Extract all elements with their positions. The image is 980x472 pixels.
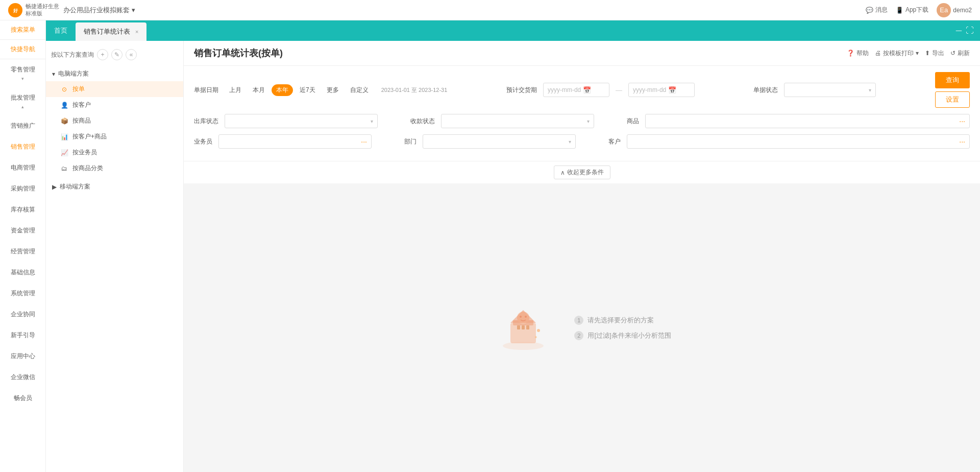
sidebar-item-label: 经营管理 <box>11 247 35 256</box>
sidebar-item-label: 零售管理 <box>11 65 35 74</box>
payment-status-select[interactable]: ▾ <box>441 114 594 128</box>
more-date-btn[interactable]: 更多 <box>322 84 344 96</box>
sidebar-item-marketing[interactable]: 营销推广 <box>0 115 45 136</box>
order-status-select[interactable]: ▾ <box>784 83 876 97</box>
this-year-btn[interactable]: 本年 <box>272 84 293 96</box>
sidebar-item-enterprise[interactable]: 企业协同 <box>0 304 45 325</box>
scheme-group-pc-title[interactable]: ▾ 电脑端方案 <box>46 66 183 81</box>
sidebar-item-appcenter[interactable]: 应用中心 <box>0 346 45 367</box>
dropdown-arrow-icon: ▾ <box>132 6 135 14</box>
action-buttons: 查询 设置 <box>935 72 970 108</box>
sidebar-item-newuser[interactable]: 新手引导 <box>0 325 45 346</box>
tab-home[interactable]: 首页 <box>46 20 76 41</box>
main-layout: 搜索菜单 快捷导航 零售管理 ▾ 批发管理 ▴ 营销推广 销售管理 电商管理 采… <box>0 20 980 472</box>
sidebar-item-label: 采购管理 <box>11 184 35 193</box>
sidebar-item-label: 基础信息 <box>11 268 35 277</box>
edit-scheme-button[interactable]: ✎ <box>111 49 122 60</box>
help-button[interactable]: ❓ 帮助 <box>847 49 869 58</box>
scheme-item-by-customer-product[interactable]: 📊 按客户+商品 <box>46 129 183 145</box>
sidebar: 搜索菜单 快捷导航 零售管理 ▾ 批发管理 ▴ 营销推广 销售管理 电商管理 采… <box>0 20 46 472</box>
refresh-button[interactable]: ↺ 刷新 <box>950 49 970 58</box>
sidebar-item-operations[interactable]: 经营管理 <box>0 241 45 262</box>
print-dropdown-icon: ▾ <box>916 50 919 57</box>
sidebar-item-basic[interactable]: 基础信息 <box>0 262 45 283</box>
sidebar-item-sales[interactable]: 销售管理 <box>0 136 45 157</box>
sidebar-item-purchase[interactable]: 采购管理 <box>0 178 45 199</box>
sidebar-item-corpwechat[interactable]: 企业微信 <box>0 367 45 388</box>
customer-select[interactable]: ··· <box>627 134 970 149</box>
department-select[interactable]: ▾ <box>423 134 576 149</box>
product-select[interactable]: ··· <box>645 114 970 128</box>
collapse-more-conditions-btn[interactable]: ∧ 收起更多条件 <box>554 166 610 179</box>
date-filter-label: 单据日期 <box>194 86 218 95</box>
sidebar-item-label: 畅会员 <box>14 394 32 403</box>
tab-close-icon[interactable]: × <box>135 29 138 35</box>
export-button[interactable]: ⬆ 导出 <box>925 49 944 58</box>
add-scheme-button[interactable]: + <box>97 49 108 60</box>
salesperson-select[interactable]: ··· <box>218 134 372 149</box>
shortcut-nav-button[interactable]: 快捷导航 <box>0 40 45 59</box>
product-more-icon[interactable]: ··· <box>959 117 965 125</box>
date-btn-group: 上月 本月 本年 近7天 更多 自定义 <box>225 84 373 96</box>
tab-bar-actions: ─ ⛶ <box>956 26 980 35</box>
scheme-item-by-salesperson[interactable]: 📈 按业务员 <box>46 145 183 160</box>
empty-hint-1: 1 请先选择要分析的方案 <box>574 316 671 325</box>
sidebar-item-inventory[interactable]: 库存核算 <box>0 199 45 220</box>
sidebar-item-retail[interactable]: 零售管理 ▾ <box>0 59 45 87</box>
expected-date-start-input[interactable]: yyyy-mm-dd 📅 <box>543 83 609 97</box>
scheme-item-by-product[interactable]: 📦 按商品 <box>46 113 183 129</box>
logo-area: 好 畅捷通好生意 标准版 <box>8 3 59 17</box>
tab-maximize-icon[interactable]: ⛶ <box>966 26 974 35</box>
svg-text:好: 好 <box>13 8 18 13</box>
right-content: 销售订单统计表(按单) ❓ 帮助 🖨 按模板打印 ▾ <box>184 41 980 472</box>
chevron-right-icon: ▶ <box>52 183 57 191</box>
custom-date-btn[interactable]: 自定义 <box>346 84 373 96</box>
scheme-item-by-customer[interactable]: 👤 按客户 <box>46 97 183 113</box>
customer-more-icon[interactable]: ··· <box>959 137 965 146</box>
message-button[interactable]: 💬 消息 <box>866 6 888 14</box>
tab-sales-order-stats[interactable]: 销售订单统计表 × <box>76 22 146 41</box>
scheme-icon: 👤 <box>60 101 68 109</box>
sidebar-item-finance[interactable]: 资金管理 <box>0 220 45 241</box>
refresh-icon: ↺ <box>950 50 955 57</box>
salesperson-more-icon[interactable]: ··· <box>361 137 367 146</box>
query-button[interactable]: 查询 <box>935 72 970 88</box>
sidebar-item-ecommerce[interactable]: 电商管理 <box>0 157 45 178</box>
page-title-bar[interactable]: 办公用品行业模拟账套 ▾ <box>63 6 135 15</box>
calendar-icon: 📅 <box>668 86 676 94</box>
top-bar-right: 💬 消息 📱 App下载 Ea demo2 <box>866 3 972 17</box>
top-bar: 好 畅捷通好生意 标准版 办公用品行业模拟账套 ▾ 💬 消息 📱 App下载 E… <box>0 0 980 20</box>
settings-button[interactable]: 设置 <box>935 91 970 108</box>
last7days-btn[interactable]: 近7天 <box>295 84 320 96</box>
user-menu[interactable]: Ea demo2 <box>937 3 972 17</box>
this-month-btn[interactable]: 本月 <box>248 84 270 96</box>
collapse-panel-button[interactable]: « <box>126 49 137 60</box>
top-bar-left: 好 畅捷通好生意 标准版 办公用品行业模拟账套 ▾ <box>8 3 135 17</box>
sidebar-item-wholesale[interactable]: 批发管理 ▴ <box>0 87 45 115</box>
tab-minimize-icon[interactable]: ─ <box>956 26 962 35</box>
message-icon: 💬 <box>866 7 873 14</box>
sidebar-item-label: 销售管理 <box>11 143 35 151</box>
scheme-icon: 📦 <box>60 117 68 125</box>
delivery-status-select[interactable]: ▾ <box>225 114 378 128</box>
sidebar-item-system[interactable]: 系统管理 <box>0 283 45 304</box>
export-icon: ⬆ <box>925 50 930 57</box>
page-header-top: 销售订单统计表(按单) ❓ 帮助 🖨 按模板打印 ▾ <box>194 47 970 59</box>
sidebar-item-label: 电商管理 <box>11 163 35 172</box>
expected-date-end-input[interactable]: yyyy-mm-dd 📅 <box>628 83 695 97</box>
prev-month-btn[interactable]: 上月 <box>225 84 246 96</box>
print-icon: 🖨 <box>875 50 881 57</box>
search-menu-button[interactable]: 搜索菜单 <box>0 20 45 40</box>
page-header: 销售订单统计表(按单) ❓ 帮助 🖨 按模板打印 ▾ <box>184 41 980 66</box>
scheme-group-mobile-title[interactable]: ▶ 移动端方案 <box>46 179 183 194</box>
sidebar-item-member[interactable]: 畅会员 <box>0 388 45 409</box>
salesperson-label: 业务员 <box>194 137 212 146</box>
app-download-button[interactable]: 📱 App下载 <box>896 6 928 14</box>
scheme-item-by-category[interactable]: 🗂 按商品分类 <box>46 160 183 176</box>
empty-text-list: 1 请先选择要分析的方案 2 用[过滤]条件来缩小分析范围 <box>574 316 671 340</box>
print-button[interactable]: 🖨 按模板打印 ▾ <box>875 49 919 58</box>
expected-date-label: 预计交货期 <box>506 86 537 95</box>
scheme-item-by-order[interactable]: ⊙ 按单 <box>46 81 183 97</box>
scheme-group-pc: ▾ 电脑端方案 ⊙ 按单 👤 按客户 📦 按商品 <box>46 66 183 176</box>
chevron-down-icon: ▾ <box>569 139 571 145</box>
